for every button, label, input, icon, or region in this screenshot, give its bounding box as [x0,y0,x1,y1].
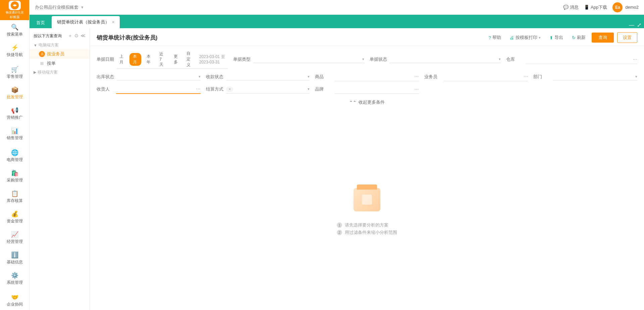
sidebar-item-operation[interactable]: 📈 经营管理 [0,227,30,248]
date-more[interactable]: 更多 [171,53,181,66]
app-download-button[interactable]: 📱 App下载 [584,4,607,10]
search-icon: 🔍 [11,23,18,31]
finance-icon: 💰 [11,210,18,218]
collapse-panel-button[interactable]: ≪ [80,33,86,39]
sidebar-item-sales-label: 销售管理 [7,135,23,141]
filter-item-settlement: 结算方式 × ▾ [206,85,310,94]
template-print-label: 按模板打印 [516,35,537,41]
tree-item-by-order[interactable]: ⊞ 按单 [30,59,90,68]
settlement-label: 结算方式 [206,86,223,92]
date-last-7days[interactable]: 近7天 [157,51,168,68]
breadcrumb-dropdown-icon[interactable]: ▾ [81,5,84,10]
sidebar-item-basic[interactable]: ℹ️ 基础信息 [0,248,30,268]
tab-active-sales-stats[interactable]: 销货单统计表（按业务员） × [52,16,120,28]
tab-maximize-button[interactable]: ⤢ [637,22,641,28]
left-panel-title-text: 按以下方案查询 [34,33,62,39]
consignee-input[interactable]: ··· [116,85,201,94]
brand-select[interactable]: ··· [334,85,419,94]
tree-section-desktop-label: 电脑端方案 [39,42,59,48]
settlement-select[interactable]: × ▾ [226,85,310,94]
sidebar-item-retail[interactable]: 🛒 零售管理 [0,62,30,83]
date-last-month[interactable]: 上月 [117,53,127,66]
payment-select[interactable]: ▾ [226,73,310,81]
add-scheme-button[interactable]: ＋ [68,33,72,39]
settings-scheme-button[interactable]: ⊙ [74,33,78,39]
sidebar-item-sales[interactable]: 📊 销售管理 [0,124,30,144]
salesperson-label: 业务员 [424,74,441,80]
date-custom[interactable]: 自定义 [184,50,197,68]
user-avatar-text: Ea [615,5,620,10]
sidebar-item-wholesale[interactable]: 📦 批发管理 [0,83,30,103]
sidebar: 畅捷通好生意 标账版 🔍 搜索菜单 ⚡ 快捷导航 🛒 零售管理 📦 批发管理 📢… [0,0,30,310]
sidebar-item-finance[interactable]: 💰 资金管理 [0,207,30,227]
tree-toggle-desktop[interactable]: ▼ [34,43,37,47]
empty-tip-1: 1 请先选择要分析的方案 [337,222,397,228]
sales-icon: 📊 [11,127,18,135]
help-button[interactable]: ? 帮助 [486,33,504,42]
tree-item-by-salesperson[interactable]: 员 按业务员 [30,49,90,59]
brand-dots-icon[interactable]: ··· [414,86,419,92]
date-group: 上月 本月 本年 近7天 更多 自定义 2023-03-01 至 2023-03… [117,50,228,69]
doc-status-arrow-icon: ▾ [499,57,501,61]
salesperson-dots-icon[interactable]: ··· [524,73,528,80]
consignee-dots-icon[interactable]: ··· [196,86,200,92]
user-profile[interactable]: Ea demo2 [612,2,639,12]
tab-close-button[interactable]: × [112,20,114,24]
message-icon: 💬 [563,5,569,10]
message-button[interactable]: 💬 消息 [563,4,579,10]
filter-item-date: 单据日期 上月 本月 本年 近7天 更多 自定义 2023-03-01 至 20… [97,50,228,69]
dept-arrow-icon: ▾ [635,74,637,79]
sidebar-item-purchase[interactable]: 🛍️ 采购管理 [0,166,30,187]
order-scheme-icon: ⊞ [39,60,45,66]
filter-item-payment: 收款状态 ▾ [206,73,310,81]
goods-select[interactable]: ··· [334,72,419,81]
ecommerce-icon: 🌐 [11,149,18,156]
doc-type-label: 单据类型 [233,56,251,62]
left-panel: 按以下方案查询 ＋ ⊙ ≪ ▼ 电脑端方案 员 按业务员 ⊞ 按单 ▶ [30,28,90,310]
filter-item-warehouse: 仓库 ··· [506,55,637,64]
sidebar-item-inventory[interactable]: 📋 库存核算 [0,187,30,207]
date-this-month[interactable]: 本月 [129,53,141,66]
export-button[interactable]: ⬆ 导出 [547,33,566,42]
left-panel-icons: ＋ ⊙ ≪ [68,33,86,39]
goods-dots-icon[interactable]: ··· [414,73,419,80]
settings-button[interactable]: 设置 [617,32,637,43]
message-label: 消息 [570,4,579,10]
sidebar-item-marketing-label: 营销推广 [7,115,23,120]
collapse-filters-button[interactable]: ⌃⌃ 收起更多条件 [97,97,637,107]
sidebar-item-quicknav[interactable]: ⚡ 快捷导航 [0,41,30,61]
warehouse-select[interactable]: ··· [526,55,637,64]
sidebar-item-search[interactable]: 🔍 搜索菜单 [0,20,30,41]
left-panel-title: 按以下方案查询 ＋ ⊙ ≪ [30,31,90,41]
settlement-clear-x[interactable]: × [229,87,231,92]
sidebar-item-marketing[interactable]: 📢 营销推广 [0,103,30,124]
outbound-select[interactable]: ▾ [117,73,201,81]
tree-item-order-label: 按单 [47,60,56,66]
settlement-arrow-icon: ▾ [308,87,310,91]
warehouse-dots-icon[interactable]: ··· [633,56,637,62]
tree-toggle-mobile[interactable]: ▶ [34,70,36,74]
refresh-button[interactable]: ↻ 刷新 [569,33,588,42]
refresh-label: 刷新 [577,35,586,41]
template-print-button[interactable]: 🖨 按模板打印 ▾ [507,33,543,42]
salesperson-select[interactable]: ··· [444,72,528,81]
sidebar-item-system-label: 系统管理 [7,280,23,286]
tab-home[interactable]: 首页 [30,17,52,28]
filter-item-salesperson: 业务员 ··· [424,72,528,81]
doc-status-select[interactable]: ▾ [390,56,501,63]
empty-box-illustration [354,188,380,211]
doc-type-arrow-icon: ▾ [362,57,364,61]
query-button[interactable]: 查询 [592,33,614,43]
retail-icon: 🛒 [11,66,18,73]
sidebar-item-system[interactable]: ⚙️ 系统管理 [0,268,30,289]
filter-row-2: 出库状态 ▾ 收款状态 ▾ 商品 [97,72,637,81]
sidebar-item-ecommerce[interactable]: 🌐 电商管理 [0,146,30,166]
sidebar-item-enterprise[interactable]: 🤝 企业协同 [0,290,30,310]
filter-item-goods: 商品 ··· [315,72,419,81]
date-this-year[interactable]: 本年 [144,53,154,66]
tab-minimize-button[interactable]: — [629,22,634,28]
doc-type-select[interactable]: ▾ [253,56,364,63]
app-download-label: App下载 [591,4,607,10]
chevron-up-icon: ⌃⌃ [349,100,357,105]
dept-select[interactable]: ▾ [553,73,637,81]
